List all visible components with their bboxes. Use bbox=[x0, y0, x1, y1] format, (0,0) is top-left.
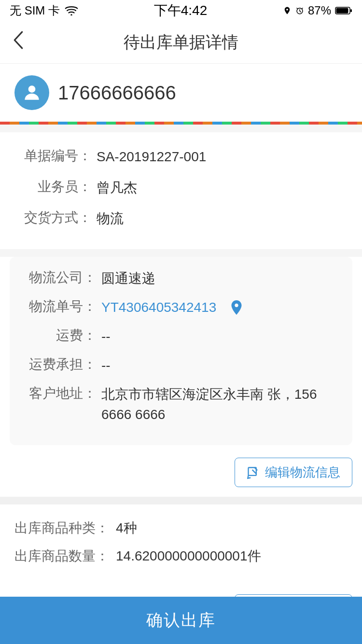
logistics-tracking-label: 物流单号： bbox=[19, 297, 97, 316]
edit-logistics-button[interactable]: 编辑物流信息 bbox=[235, 458, 352, 487]
logistics-address-row: 客户地址： 北京市市辖区海淀区永丰南 张，156 6666 6666 bbox=[19, 384, 343, 425]
back-button[interactable] bbox=[12, 29, 25, 55]
battery-icon bbox=[335, 6, 352, 15]
sim-status: 无 SIM 卡 bbox=[10, 3, 60, 18]
nav-bar: 待出库单据详情 bbox=[0, 21, 362, 64]
avatar bbox=[14, 75, 49, 110]
logistics-freight-label: 运费： bbox=[19, 326, 97, 345]
alarm-icon bbox=[295, 6, 304, 15]
product-quantity-value: 14.620000000000001件 bbox=[116, 547, 261, 565]
svg-point-5 bbox=[28, 85, 36, 93]
customer-phone: 17666666666 bbox=[58, 82, 176, 104]
basic-info-section: 单据编号： SA-20191227-001 业务员： 曾凡杰 交货方式： 物流 bbox=[0, 132, 362, 249]
logistics-freight-value: -- bbox=[101, 326, 343, 347]
bottom-bar[interactable]: 确认出库 bbox=[0, 597, 362, 644]
info-row-delivery: 交货方式： 物流 bbox=[14, 209, 348, 229]
salesperson-value: 曾凡杰 bbox=[97, 178, 348, 198]
decorative-line bbox=[0, 122, 362, 125]
logistics-freight-bearer-value: -- bbox=[101, 355, 343, 376]
map-location-icon[interactable] bbox=[228, 299, 245, 316]
logistics-company-label: 物流公司： bbox=[19, 268, 97, 287]
page-title: 待出库单据详情 bbox=[124, 31, 238, 54]
svg-point-0 bbox=[70, 14, 72, 15]
logistics-company-row: 物流公司： 圆通速递 bbox=[19, 268, 343, 289]
info-row-salesperson: 业务员： 曾凡杰 bbox=[14, 178, 348, 198]
order-no-label: 单据编号： bbox=[14, 147, 92, 165]
svg-rect-3 bbox=[336, 8, 348, 14]
info-row-order-no: 单据编号： SA-20191227-001 bbox=[14, 147, 348, 167]
logistics-tracking-value: YT4306405342413 bbox=[101, 297, 343, 318]
svg-rect-4 bbox=[350, 9, 352, 12]
logistics-freight-bearer-label: 运费承担： bbox=[19, 355, 97, 374]
battery-percent: 87% bbox=[308, 4, 331, 17]
product-quantity-row: 出库商品数量： 14.620000000000001件 bbox=[14, 547, 348, 565]
section-divider bbox=[0, 497, 362, 504]
status-time: 下午4:42 bbox=[154, 1, 208, 20]
salesperson-label: 业务员： bbox=[14, 178, 92, 196]
tracking-number: YT4306405342413 bbox=[101, 297, 216, 318]
logistics-card: 物流公司： 圆通速递 物流单号： YT4306405342413 运费： -- … bbox=[10, 257, 352, 445]
product-summary-section: 出库商品种类： 4种 出库商品数量： 14.620000000000001件 bbox=[0, 504, 362, 589]
edit-logistics-area: 编辑物流信息 bbox=[0, 453, 362, 497]
delivery-label: 交货方式： bbox=[14, 209, 92, 227]
product-type-label: 出库商品种类： bbox=[14, 519, 111, 537]
order-no-value: SA-20191227-001 bbox=[97, 147, 348, 167]
logistics-company-value: 圆通速递 bbox=[101, 268, 343, 289]
edit-logistics-label: 编辑物流信息 bbox=[265, 464, 340, 481]
logistics-freight-row: 运费： -- bbox=[19, 326, 343, 347]
location-status-icon bbox=[283, 6, 292, 15]
customer-header: 17666666666 bbox=[0, 64, 362, 122]
status-right: 87% bbox=[283, 4, 352, 17]
logistics-address-value: 北京市市辖区海淀区永丰南 张，156 6666 6666 bbox=[101, 384, 343, 425]
status-bar: 无 SIM 卡 下午4:42 87% bbox=[0, 0, 362, 21]
logistics-address-label: 客户地址： bbox=[19, 384, 97, 403]
product-type-value: 4种 bbox=[116, 519, 137, 537]
status-left: 无 SIM 卡 bbox=[10, 3, 78, 18]
logistics-freight-bearer-row: 运费承担： -- bbox=[19, 355, 343, 376]
wifi-icon bbox=[65, 6, 78, 15]
confirm-button-label: 确认出库 bbox=[146, 609, 216, 631]
product-type-row: 出库商品种类： 4种 bbox=[14, 519, 348, 537]
edit-icon bbox=[247, 466, 260, 479]
delivery-value: 物流 bbox=[97, 209, 348, 229]
logistics-tracking-row: 物流单号： YT4306405342413 bbox=[19, 297, 343, 318]
product-quantity-label: 出库商品数量： bbox=[14, 547, 111, 565]
